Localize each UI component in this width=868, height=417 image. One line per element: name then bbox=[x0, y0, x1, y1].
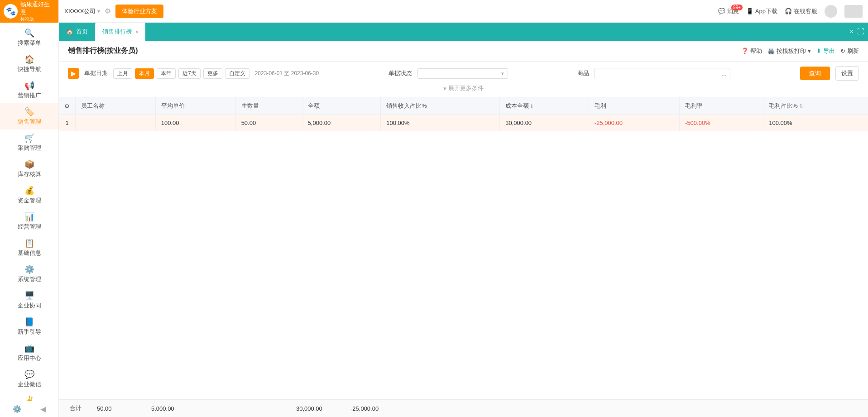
date-current-month-btn[interactable]: 本月 bbox=[135, 68, 154, 79]
sidebar-item-inventory[interactable]: 📦库存核算 bbox=[0, 156, 58, 182]
search-icon: 🔍 bbox=[24, 28, 34, 38]
date-more-btn[interactable]: 更多 bbox=[203, 68, 222, 79]
col-gross-rate: 毛利率 bbox=[680, 97, 763, 115]
col-settings[interactable]: ⚙ bbox=[59, 97, 76, 115]
table-row: 1100.0050.005,000.00100.00%30,000.00-25,… bbox=[59, 115, 868, 131]
company-selector[interactable]: XXXXX公司 ▾ bbox=[64, 7, 100, 15]
date-custom-btn[interactable]: 自定义 bbox=[225, 68, 249, 79]
tab-home[interactable]: 🏠 首页 bbox=[59, 23, 95, 41]
refresh-icon: ↻ bbox=[840, 48, 845, 54]
data-table-container: ⚙ 员工名称 平均单价 主数量 全额 销售收入占比% 成本全额 ℹ 毛利 毛利率… bbox=[59, 97, 868, 399]
sidebar-item-basic[interactable]: 📋基础信息 bbox=[0, 235, 58, 261]
basic-icon: 📋 bbox=[24, 238, 34, 248]
refresh-button[interactable]: ↻ 刷新 bbox=[840, 47, 859, 55]
sidebar-item-label: 应用中心 bbox=[18, 354, 41, 362]
help-button[interactable]: ❓ 帮助 bbox=[741, 47, 762, 55]
footer-gross: -25,000.00 bbox=[345, 405, 384, 412]
sidebar-item-purchase[interactable]: 🛒采购管理 bbox=[0, 129, 58, 156]
sidebar-item-member[interactable]: ✌️畅会员 bbox=[0, 392, 58, 401]
service-button[interactable]: 🎧 在线客服 bbox=[785, 7, 817, 15]
enterprise-icon: 🖥️ bbox=[24, 291, 34, 301]
print-icon: 🖨️ bbox=[767, 48, 775, 54]
topbar: XXXXX公司 ▾ ⚙ 体验行业方案 💬 消息 99+ 📱 App下载 🎧 在线… bbox=[59, 0, 868, 23]
export-icon: ⬇ bbox=[816, 48, 821, 54]
member-icon: ✌️ bbox=[24, 396, 34, 401]
topbar-right: 💬 消息 99+ 📱 App下载 🎧 在线客服 bbox=[718, 5, 863, 18]
quicknav-icon: 🏠 bbox=[24, 54, 34, 64]
sidebar-item-guide[interactable]: 📘新手引导 bbox=[0, 313, 58, 340]
system-icon: ⚙️ bbox=[24, 264, 34, 274]
expand-more-button[interactable]: ▾ 展开更多条件 bbox=[443, 84, 484, 92]
window-close-icon[interactable]: × bbox=[849, 28, 854, 36]
sidebar-item-wechat[interactable]: 💬企业微信 bbox=[0, 366, 58, 392]
filter-row-1: ▶ 单据日期 上月 本月 本年 近7天 更多 自定义 2023-06-01 至 … bbox=[68, 66, 859, 81]
date-year-btn[interactable]: 本年 bbox=[157, 68, 176, 79]
sidebar-item-sales[interactable]: 🏷️销售管理 bbox=[0, 103, 58, 129]
page-title: 销售排行榜(按业务员) bbox=[68, 46, 138, 56]
sidebar-item-finance[interactable]: 💰资金管理 bbox=[0, 182, 58, 208]
user-name-display bbox=[844, 5, 863, 18]
finance-icon: 💰 bbox=[24, 186, 34, 196]
sidebar-item-label: 销售管理 bbox=[18, 118, 41, 126]
sidebar-item-system[interactable]: ⚙️系统管理 bbox=[0, 261, 58, 287]
export-button[interactable]: ⬇ 导出 bbox=[816, 47, 835, 55]
message-button[interactable]: 💬 消息 99+ bbox=[718, 7, 739, 15]
inventory-icon: 📦 bbox=[24, 159, 34, 169]
cost-info-icon[interactable]: ℹ bbox=[531, 103, 533, 109]
goods-filter-label: 商品 bbox=[577, 69, 589, 77]
page-actions: ❓ 帮助 🖨️ 按模板打印 ▾ ⬇ 导出 ↻ 刷新 bbox=[741, 47, 859, 55]
tabbar-right: × ⛶ bbox=[849, 28, 868, 36]
sales-icon: 🏷️ bbox=[24, 107, 34, 117]
sidebar-item-enterprise[interactable]: 🖥️企业协同 bbox=[0, 287, 58, 313]
settings-button[interactable]: 设置 bbox=[835, 66, 859, 81]
gross-pct-sort-icon[interactable]: ⇅ bbox=[799, 103, 803, 109]
status-chevron-icon: ▾ bbox=[501, 71, 504, 77]
tab-close-icon[interactable]: × bbox=[135, 29, 138, 34]
col-amount: 全额 bbox=[302, 97, 381, 115]
page-header: 销售排行榜(按业务员) ❓ 帮助 🖨️ 按模板打印 ▾ ⬇ 导出 ↻ 刷新 bbox=[59, 41, 868, 62]
col-name: 员工名称 bbox=[76, 97, 156, 115]
home-icon: 🏠 bbox=[66, 29, 73, 35]
print-button[interactable]: 🖨️ 按模板打印 ▾ bbox=[767, 47, 811, 55]
guide-icon: 📘 bbox=[24, 317, 34, 327]
date-range-display: 2023-06-01 至 2023-06-30 bbox=[255, 70, 319, 77]
tab-sales-rank[interactable]: 销售排行榜 × bbox=[95, 23, 145, 41]
footer-label: 合计 bbox=[64, 404, 91, 412]
date-prev-month-btn[interactable]: 上月 bbox=[113, 68, 132, 79]
sidebar-item-quicknav[interactable]: 🏠快捷导航 bbox=[0, 51, 58, 77]
avatar[interactable] bbox=[825, 5, 837, 18]
sidebar-item-marketing[interactable]: 📢营销推广 bbox=[0, 77, 58, 103]
content-area: 销售排行榜(按业务员) ❓ 帮助 🖨️ 按模板打印 ▾ ⬇ 导出 ↻ 刷新 bbox=[59, 41, 868, 417]
goods-select[interactable]: ... bbox=[595, 68, 730, 79]
col-sales-pct: 销售收入占比% bbox=[381, 97, 500, 115]
filter-expand-arrow[interactable]: ▶ bbox=[68, 68, 79, 79]
date-filter-label: 单据日期 bbox=[84, 69, 108, 77]
sidebar-item-label: 新手引导 bbox=[18, 328, 41, 336]
window-expand-icon[interactable]: ⛶ bbox=[857, 28, 864, 36]
sidebar-item-label: 营销推广 bbox=[18, 91, 41, 100]
date-7days-btn[interactable]: 近7天 bbox=[178, 68, 201, 79]
sidebar-item-apps[interactable]: 📺应用中心 bbox=[0, 340, 58, 366]
sidebar-logo: 🐾 畅康通好生意 标准版 bbox=[0, 0, 58, 23]
sidebar-nav: 🔍搜索菜单🏠快捷导航📢营销推广🏷️销售管理🛒采购管理📦库存核算💰资金管理📊经营管… bbox=[0, 23, 58, 401]
filter-bar: ▶ 单据日期 上月 本月 本年 近7天 更多 自定义 2023-06-01 至 … bbox=[59, 62, 868, 97]
status-filter-label: 单据状态 bbox=[388, 69, 412, 77]
trial-button[interactable]: 体验行业方案 bbox=[115, 5, 163, 18]
sidebar-settings-icon[interactable]: ⚙️ bbox=[13, 405, 22, 413]
apps-icon: 📺 bbox=[24, 343, 34, 353]
query-button[interactable]: 查询 bbox=[800, 67, 830, 80]
logo-icon: 🐾 bbox=[4, 4, 18, 19]
sidebar-item-search[interactable]: 🔍搜索菜单 bbox=[0, 24, 58, 51]
status-select[interactable]: ▾ bbox=[417, 68, 508, 79]
topbar-settings-icon[interactable]: ⚙ bbox=[105, 7, 111, 15]
sidebar-item-operation[interactable]: 📊经营管理 bbox=[0, 208, 58, 235]
logo-text: 畅康通好生意 标准版 bbox=[20, 1, 55, 22]
sidebar-item-label: 经营管理 bbox=[18, 223, 41, 231]
app-download-button[interactable]: 📱 App下载 bbox=[746, 7, 777, 15]
sidebar-collapse-icon[interactable]: ◀ bbox=[40, 405, 46, 413]
expand-more-row: ▾ 展开更多条件 bbox=[68, 84, 859, 92]
print-chevron-icon: ▾ bbox=[808, 48, 811, 54]
sidebar-item-label: 基础信息 bbox=[18, 249, 41, 257]
sidebar: 🐾 畅康通好生意 标准版 🔍搜索菜单🏠快捷导航📢营销推广🏷️销售管理🛒采购管理📦… bbox=[0, 0, 59, 417]
sidebar-item-label: 采购管理 bbox=[18, 144, 41, 152]
